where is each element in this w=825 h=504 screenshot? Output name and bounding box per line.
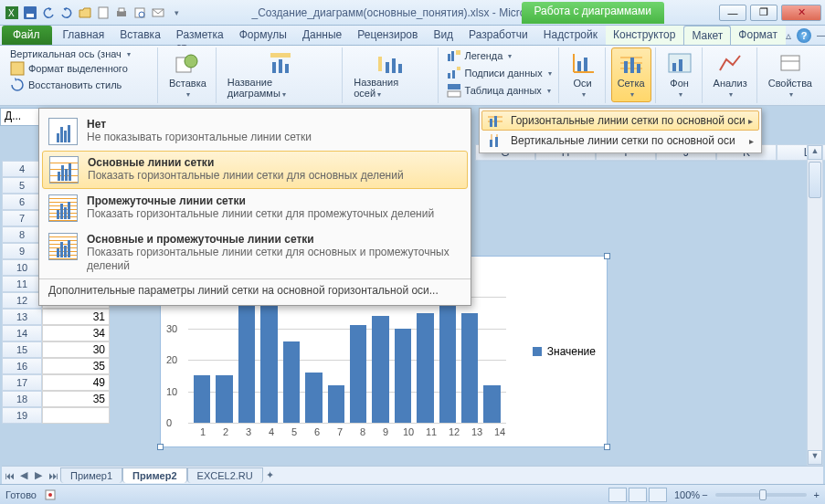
- bar[interactable]: [283, 341, 300, 423]
- row-header[interactable]: 7: [2, 210, 42, 226]
- tab-data[interactable]: Данные: [295, 26, 350, 45]
- tab-view[interactable]: Вид: [426, 26, 461, 45]
- axes-button[interactable]: Оси▾: [565, 47, 601, 102]
- gridlines-both-option[interactable]: Основные и промежуточные линии сеткиПока…: [39, 227, 471, 278]
- gridlines-major-option[interactable]: Основные линии сеткиПоказать горизонталь…: [42, 151, 468, 189]
- workbook-minimize-icon[interactable]: —: [817, 29, 825, 42]
- open-icon[interactable]: [77, 5, 93, 21]
- undo-icon[interactable]: [40, 5, 57, 21]
- zoom-slider-thumb[interactable]: [759, 489, 767, 500]
- vertical-scrollbar[interactable]: ▲ ▼: [807, 144, 823, 466]
- close-button[interactable]: ✕: [781, 5, 821, 21]
- new-sheet-icon[interactable]: ✦: [263, 469, 278, 481]
- tab-nav-last-icon[interactable]: ⏭: [46, 470, 60, 481]
- cell[interactable]: 35: [42, 391, 110, 407]
- chart-title-button[interactable]: Название диаграммы▾: [222, 47, 338, 102]
- tab-insert[interactable]: Вставка: [112, 26, 169, 45]
- tab-developer[interactable]: Разработчи: [461, 26, 536, 45]
- bar[interactable]: [328, 385, 344, 423]
- zoom-in-icon[interactable]: +: [814, 489, 820, 500]
- help-icon[interactable]: ?: [797, 28, 811, 43]
- maximize-button[interactable]: ❐: [750, 5, 777, 21]
- scroll-up-icon[interactable]: ▲: [808, 145, 822, 160]
- legend[interactable]: Значение: [533, 345, 596, 358]
- tab-chart-layout[interactable]: Макет: [683, 26, 731, 45]
- row-header[interactable]: 5: [2, 177, 42, 194]
- format-selection-button[interactable]: Формат выделенного: [7, 60, 153, 77]
- more-gridline-options[interactable]: Дополнительные параметры линий сетки на …: [39, 278, 471, 301]
- row-header[interactable]: 16: [2, 358, 42, 374]
- macro-record-icon[interactable]: [44, 488, 57, 501]
- sheet-tab[interactable]: Пример1: [60, 467, 122, 483]
- bar[interactable]: [483, 385, 500, 423]
- bar[interactable]: [372, 316, 388, 423]
- tab-home[interactable]: Главная: [56, 26, 113, 45]
- row-header[interactable]: 10: [2, 259, 42, 276]
- insert-shapes-button[interactable]: Вставка▾: [164, 47, 212, 102]
- cell[interactable]: 30: [42, 341, 110, 358]
- reset-style-button[interactable]: Восстановить стиль: [7, 77, 153, 93]
- name-box[interactable]: Д...: [0, 108, 40, 126]
- resize-handle[interactable]: [604, 444, 610, 450]
- tab-nav-prev-icon[interactable]: ◀: [16, 469, 31, 481]
- row-header[interactable]: 9: [2, 243, 42, 259]
- bar[interactable]: [216, 375, 232, 423]
- minimize-ribbon-icon[interactable]: ▵: [786, 29, 791, 42]
- bar[interactable]: [305, 373, 322, 423]
- zoom-level[interactable]: 100%: [674, 489, 700, 500]
- redo-icon[interactable]: [58, 5, 75, 21]
- gridlines-button[interactable]: Сетка▾: [611, 47, 651, 102]
- zoom-slider[interactable]: [715, 493, 807, 497]
- cell[interactable]: 35: [42, 358, 110, 374]
- bar[interactable]: [417, 313, 433, 423]
- row-header[interactable]: 11: [2, 276, 42, 292]
- scroll-down-icon[interactable]: ▼: [808, 450, 822, 465]
- page-layout-view-icon[interactable]: [629, 488, 647, 502]
- row-header[interactable]: 13: [2, 309, 42, 325]
- tab-formulas[interactable]: Формулы: [232, 26, 295, 45]
- analysis-button[interactable]: Анализ▾: [708, 47, 753, 102]
- legend-button[interactable]: Легенда▾: [444, 47, 555, 64]
- tab-nav-first-icon[interactable]: ⏮: [2, 470, 16, 481]
- data-labels-button[interactable]: Подписи данных▾: [444, 65, 555, 81]
- tab-chart-format[interactable]: Формат: [731, 26, 786, 45]
- tab-review[interactable]: Рецензиров: [350, 26, 426, 45]
- row-header[interactable]: 15: [2, 341, 42, 358]
- email-icon[interactable]: [150, 5, 166, 21]
- resize-handle[interactable]: [604, 253, 610, 259]
- print-preview-icon[interactable]: [132, 5, 148, 21]
- gridlines-none-option[interactable]: НетНе показывать горизонтальные линии се…: [39, 112, 471, 151]
- gridlines-minor-option[interactable]: Промежуточные линии сеткиПоказать горизо…: [39, 189, 471, 227]
- cell[interactable]: 34: [42, 325, 110, 341]
- bar[interactable]: [238, 291, 255, 423]
- vertical-gridlines-item[interactable]: Вертикальные линии сетки по основной оси…: [481, 131, 759, 151]
- sheet-tab[interactable]: EXCEL2.RU: [187, 467, 263, 483]
- chart-background-button[interactable]: Фон▾: [661, 47, 698, 102]
- cell[interactable]: 49: [42, 374, 110, 391]
- row-header[interactable]: 19: [2, 407, 42, 424]
- tab-nav-next-icon[interactable]: ▶: [31, 469, 46, 481]
- row-header[interactable]: 18: [2, 391, 42, 407]
- row-header[interactable]: 8: [2, 226, 42, 243]
- page-break-view-icon[interactable]: [649, 488, 667, 502]
- bar[interactable]: [461, 313, 478, 423]
- sheet-tab[interactable]: Пример2: [122, 467, 186, 483]
- zoom-out-icon[interactable]: −: [702, 489, 707, 500]
- row-header[interactable]: 4: [2, 161, 42, 177]
- bar[interactable]: [395, 329, 411, 423]
- properties-button[interactable]: Свойства▾: [763, 47, 818, 102]
- normal-view-icon[interactable]: [608, 488, 627, 502]
- scroll-thumb[interactable]: [809, 162, 821, 198]
- tab-addins[interactable]: Надстройк: [536, 26, 606, 45]
- tab-chart-design[interactable]: Конструктор: [606, 26, 683, 45]
- minimize-button[interactable]: —: [719, 5, 746, 21]
- bar[interactable]: [194, 375, 210, 423]
- row-header[interactable]: 14: [2, 325, 42, 341]
- horizontal-gridlines-item[interactable]: Горизонтальные линии сетки по основной о…: [481, 110, 759, 131]
- bar[interactable]: [350, 325, 366, 423]
- excel-icon[interactable]: X: [4, 5, 20, 21]
- tab-file[interactable]: Файл: [2, 26, 52, 45]
- tab-page-layout[interactable]: Разметка ст: [169, 26, 232, 45]
- row-header[interactable]: 6: [2, 194, 42, 210]
- axis-titles-button[interactable]: Названия осей▾: [348, 47, 433, 102]
